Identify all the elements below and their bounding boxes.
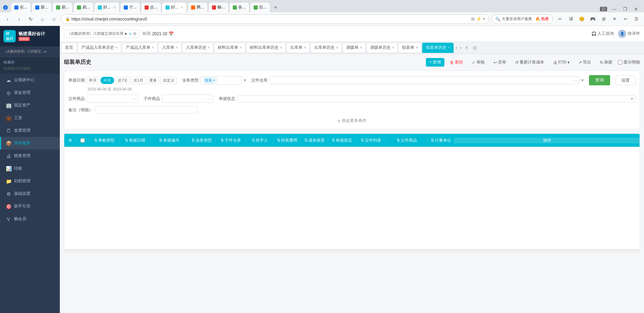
period-selector[interactable]: 账期 2021-10 📅 [143,31,174,37]
recalculate-button[interactable]: ↺ 重新计算成本 [512,58,548,67]
browser-tab-11[interactable]: 各... [229,2,250,12]
app-tab-material-out-close[interactable]: × [240,46,242,49]
browser-tab-2[interactable]: 新... [31,2,52,12]
app-tab-outbound-history[interactable]: 出库单历史 × [310,43,342,53]
company-selector[interactable]: （勿删勿禁用）江西服宝测试专用 ▾ [0,46,60,57]
minimize-button[interactable]: — [610,6,618,12]
browser-tab-9[interactable]: 腾... [187,2,208,12]
sidebar-item-fund[interactable]: ◎ 资金管理 [0,86,60,99]
company-settings-icon[interactable]: ⚙ [133,31,137,36]
emoji-icon-btn[interactable]: 😊 [577,14,587,24]
th-unit[interactable]: ⇅ 计量单位 [427,138,455,143]
show-detail-label[interactable]: 显示明细 [618,59,640,65]
th-parent-list[interactable]: ⇅ 父件列表 [355,138,386,143]
app-tab-material-out-history-close[interactable]: × [280,46,282,49]
app-tab-outbound[interactable]: 出库单 × [286,43,310,53]
app-tab-transfer-close[interactable]: × [360,46,362,49]
sidebar-item-fixed-asset[interactable]: 🏢 固定资产 [0,99,60,112]
show-detail-checkbox[interactable] [618,60,622,65]
app-tab-inbound-close[interactable]: × [176,46,178,49]
sidebar-item-settlement[interactable]: 📊 结账 [0,162,60,175]
export-button[interactable]: ↗ 导出 [575,58,594,67]
tab-close-5[interactable]: × [113,5,116,10]
app-tab-production[interactable]: 产成品入库单 × [122,43,158,53]
th-checkbox[interactable] [77,138,89,143]
th-bill-type[interactable]: ⇅ 单账类型 [89,138,120,143]
browser-tab-6[interactable]: 个... [120,2,140,12]
unaudit-button[interactable]: ↩ 弃审 [490,58,510,67]
parent-warehouse-input[interactable]: ··· [270,76,579,84]
sun-icon-btn[interactable]: ☀ [610,14,619,24]
address-bar[interactable]: 🔒 https://cloud.chanjet.com/accounting/u… [61,14,489,24]
browser-tab-3[interactable]: 易... [52,2,73,12]
print-button[interactable]: 🖨 打印 ▾ [550,58,573,67]
note-input[interactable] [95,106,198,114]
back-button[interactable]: ‹ [3,14,12,24]
date-btn-today[interactable]: 今天 [100,77,114,84]
delete-button[interactable]: 🗑 删除 [446,58,467,67]
game-icon-btn[interactable]: 🎮 [588,14,598,24]
th-parent-item[interactable]: ⇅ 父件商品 [386,138,427,143]
user-profile[interactable]: 👤 徐泽华 [618,30,640,38]
reload-button[interactable]: ↻ [26,14,36,24]
favorites-title[interactable]: 收藏夹 [3,60,56,65]
browser-tab-1[interactable]: 在... [11,2,31,12]
horizontal-scrollbar[interactable] [64,250,640,253]
translate-icon-btn[interactable]: 译 [566,14,576,24]
sidebar-item-invoice[interactable]: 🗒 发票管理 [0,124,60,137]
tab-close-8[interactable]: × [181,5,183,10]
browser-tab-12[interactable]: 目... [250,2,270,12]
parent-warehouse-dropdown-icon[interactable]: ▾ [581,78,583,83]
tab-more-options[interactable]: ⊟ [471,44,479,52]
add-company-btn[interactable]: + [129,31,132,37]
sidebar-item-archive[interactable]: 📁 归档管理 [0,175,60,187]
app-company-selector[interactable]: （勿删勿禁用）江西服宝测试专用 ▾ + ⚙ [64,30,140,38]
date-btn-custom[interactable]: 自定义 [161,77,177,84]
forward-button[interactable]: › [14,14,24,24]
business-type-tag-remove[interactable]: × [213,78,215,82]
audit-button[interactable]: ✓ 审核 [469,58,488,67]
calendar-icon[interactable]: 📅 [169,31,174,36]
filter-settings-button[interactable]: 设置 [616,75,635,85]
home-button[interactable]: ⌂ [38,14,47,24]
customer-service[interactable]: 🎧 人工咨询 [591,31,614,37]
app-tab-production-history[interactable]: 产成品入库单历史 × [78,43,121,53]
th-bill-no[interactable]: ⇅ 单据编号 [150,138,188,143]
restore-button[interactable]: ❐ [621,6,629,12]
th-settings[interactable]: ⚙ [64,138,77,143]
menu-icon-btn[interactable]: ☰ [632,14,641,24]
app-tab-production-close[interactable]: × [152,46,154,49]
sidebar-item-payroll[interactable]: 💼 工资 [0,112,60,124]
app-tab-material-out-history[interactable]: 材料出库单历史 × [246,43,286,53]
sidebar-item-tax[interactable]: 🖨 税务管理 [0,150,60,162]
new-button[interactable]: + 新增 [426,58,444,67]
sidebar-item-member[interactable]: V 畅会员 [0,213,60,225]
app-tab-outbound-history-close[interactable]: × [336,46,338,49]
parent-item-input[interactable]: ··· [87,95,138,103]
th-child-warehouse[interactable]: ⇅ 子件仓库 [215,138,246,143]
browser-tab-10[interactable]: 畅... [208,2,229,12]
close-window-button[interactable]: ✕ [632,6,640,12]
child-item-more-icon[interactable]: ··· [207,96,211,101]
sidebar-item-guide[interactable]: 🎯 新手引导 [0,200,60,213]
date-btn-more[interactable]: 更多 [147,77,159,84]
th-bill-date[interactable]: ⇅ 单据日期 [120,138,150,143]
search-bar[interactable]: 🔍 大量安卓用户逃离 🔥 热搜 [492,14,553,24]
parent-warehouse-more-icon[interactable]: ··· [573,77,577,83]
child-item-input[interactable]: ··· [162,95,213,103]
app-tab-transfer-history[interactable]: 调拨单历史 × [366,43,398,53]
app-tab-assembly-close[interactable]: × [416,46,418,49]
select-all-checkbox[interactable] [80,138,85,143]
query-button[interactable]: 查询 [589,75,610,85]
undo-icon-btn[interactable]: ↩ [621,14,630,24]
sidebar-item-cloud-report[interactable]: ☁ 云报表中心 [0,74,60,86]
th-disassembly-cost[interactable]: ⇅ 拆装费用 [273,138,301,143]
refresh-button[interactable]: ↻ 刷新 [596,58,616,67]
th-biz-type[interactable]: ⇅ 业务类型 [188,138,215,143]
tab-scroll-right[interactable]: › [458,45,462,50]
app-tab-material-out[interactable]: 材料出库单 × [214,43,245,53]
business-type-input[interactable]: 组装 × [201,76,242,85]
bookmark-button[interactable]: ☆ [49,14,59,24]
app-tab-assembly[interactable]: 组装单 × [398,43,421,53]
th-bill-status[interactable]: ⇅ 单据状态 [328,138,355,143]
